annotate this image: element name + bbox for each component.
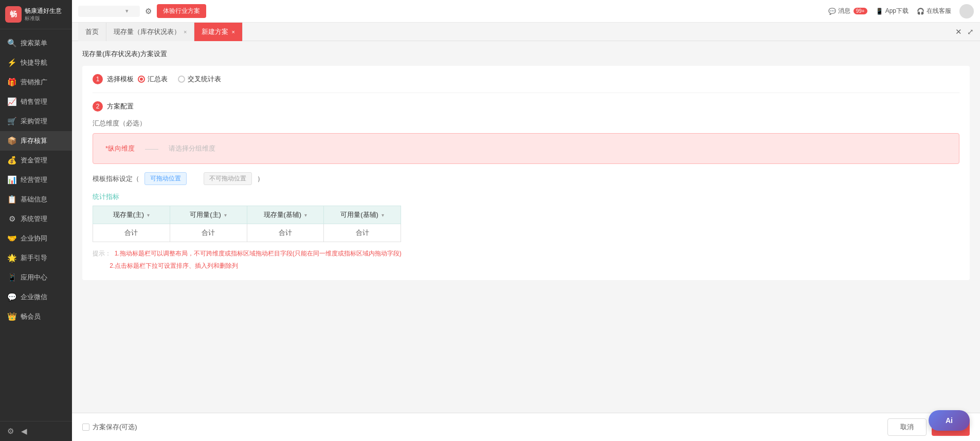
sidebar-item-经营管理[interactable]: 📊 经营管理 — [0, 170, 72, 190]
cancel-button[interactable]: 取消 — [887, 418, 927, 436]
tab-home-label: 首页 — [85, 27, 99, 36]
stats-col-header-3[interactable]: 可用量(基辅)▾ — [324, 206, 401, 224]
online-service-label: 在线客服 — [927, 7, 951, 15]
sidebar-label-13: 企业微信 — [21, 292, 47, 302]
indicator-suffix — [192, 174, 198, 183]
stats-col-header-2[interactable]: 现存量(基辅)▾ — [247, 206, 324, 224]
logo-app-sub: 标准版 — [25, 15, 62, 22]
sidebar-item-企业微信[interactable]: 💬 企业微信 — [0, 287, 72, 307]
col-header-inner-0: 现存量(主)▾ — [100, 210, 162, 219]
stats-table-head: 现存量(主)▾可用量(主)▾现存量(基辅)▾可用量(基辅)▾ — [93, 206, 401, 224]
sidebar-item-营销推广[interactable]: 🎁 营销推广 — [0, 72, 72, 92]
template-options: 汇总表 交叉统计表 — [138, 75, 221, 84]
sidebar-item-新手引导[interactable]: 🌟 新手引导 — [0, 248, 72, 268]
sidebar-label-11: 新手引导 — [21, 253, 47, 263]
sidebar-item-快捷导航[interactable]: ⚡ 快捷导航 — [0, 53, 72, 72]
col-label-0: 现存量(主) — [113, 210, 144, 219]
save-checkbox[interactable] — [82, 424, 89, 431]
save-option[interactable]: 方案保存(可选) — [82, 422, 137, 432]
app-logo: 畅 畅康通好生意 标准版 — [0, 0, 72, 29]
radio-option-1[interactable]: 交叉统计表 — [178, 75, 221, 84]
tip2-text: 2.点击标题栏下拉可设置排序、插入列和删除列 — [110, 262, 238, 269]
app-download-item[interactable]: 📱 App下载 — [876, 7, 909, 15]
settings-icon[interactable]: ⚙ — [7, 427, 14, 436]
sidebar-item-资金管理[interactable]: 💰 资金管理 — [0, 151, 72, 170]
tab-expand-icon[interactable]: ⤢ — [967, 27, 974, 36]
sidebar-icon-12: 📱 — [7, 273, 16, 282]
section1-header: 1 选择模板 汇总表 交叉统计表 — [93, 74, 959, 84]
sidebar-item-应用中心[interactable]: 📱 应用中心 — [0, 268, 72, 287]
stats-label: 统计指标 — [93, 192, 959, 201]
stats-col-header-1[interactable]: 可用量(主)▾ — [170, 206, 247, 224]
search-input[interactable] — [82, 8, 123, 15]
messages-label: 消息 — [838, 7, 850, 15]
col-chevron-2[interactable]: ▾ — [304, 212, 307, 218]
search-chevron-icon[interactable]: ▾ — [125, 8, 129, 14]
dim-dash: —— — [145, 145, 158, 153]
sidebar-item-搜索菜单[interactable]: 🔍 搜索菜单 — [0, 33, 72, 53]
tab-close-all-icon[interactable]: ✕ — [955, 27, 962, 36]
col-header-inner-3: 可用量(基辅)▾ — [331, 210, 393, 219]
sidebar-icon-9: ⚙ — [7, 214, 16, 224]
sidebar-label-12: 应用中心 — [21, 273, 47, 282]
sidebar-label-2: 营销推广 — [21, 78, 47, 87]
non-draggable-tag: 不可拖动位置 — [204, 172, 252, 185]
sidebar-icon-2: 🎁 — [7, 78, 16, 87]
tab-inventory[interactable]: 现存量（库存状况表） × — [106, 23, 194, 41]
gear-icon[interactable]: ⚙ — [145, 7, 152, 16]
stats-table-body: 合计合计合计合计 — [93, 224, 401, 242]
sidebar-label-9: 系统管理 — [21, 214, 47, 224]
sidebar-item-采购管理[interactable]: 🛒 采购管理 — [0, 112, 72, 131]
service-icon: 🎧 — [917, 8, 924, 15]
sidebar-item-企业协同[interactable]: 🤝 企业协同 — [0, 229, 72, 248]
user-avatar[interactable] — [959, 4, 974, 19]
sidebar-icon-4: 🛒 — [7, 117, 16, 126]
phone-icon: 📱 — [876, 8, 883, 15]
stats-col-header-0[interactable]: 现存量(主)▾ — [93, 206, 170, 224]
sidebar-icon-14: 👑 — [7, 312, 16, 321]
messages-item[interactable]: 💬 消息 99+ — [828, 7, 867, 15]
section-template: 1 选择模板 汇总表 交叉统计表 2 方案配置 汇总维度（必选） *纵向维度 — [82, 66, 970, 280]
save-option-label: 方案保存(可选) — [93, 422, 137, 432]
sidebar-item-畅会员[interactable]: 👑 畅会员 — [0, 307, 72, 326]
sidebar-icon-5: 📦 — [7, 136, 16, 145]
tips-section: 提示： 1.拖动标题栏可以调整布局，不可跨维度或指标区域拖动栏目字段(只能在同一… — [93, 247, 959, 272]
sidebar-item-基础信息[interactable]: 📋 基础信息 — [0, 190, 72, 209]
tab-home[interactable]: 首页 — [78, 23, 106, 41]
tab-new-close[interactable]: × — [231, 29, 234, 35]
logo-icon: 畅 — [5, 6, 22, 23]
col-chevron-1[interactable]: ▾ — [224, 212, 227, 218]
col-chevron-3[interactable]: ▾ — [382, 212, 384, 218]
trial-button[interactable]: 体验行业方案 — [157, 4, 206, 18]
summary-dim-label: 汇总维度（必选） — [93, 119, 959, 128]
radio-label-0: 汇总表 — [148, 75, 168, 84]
radio-option-0[interactable]: 汇总表 — [138, 75, 168, 84]
sidebar-item-系统管理[interactable]: ⚙ 系统管理 — [0, 209, 72, 229]
sound-icon[interactable]: ◀ — [21, 427, 27, 436]
page-title: 现存量(库存状况表)方案设置 — [82, 49, 970, 59]
tip-prefix: 提示： 1.拖动标题栏可以调整布局，不可跨维度或指标区域拖动栏目字段(只能在同一… — [93, 247, 959, 260]
tab-inventory-close[interactable]: × — [184, 29, 187, 35]
search-box[interactable]: ▾ — [78, 6, 140, 17]
ai-bubble[interactable]: Ai — [929, 410, 970, 431]
sidebar-item-库存核算[interactable]: 📦 库存核算 — [0, 131, 72, 151]
tab-new-scheme-label: 新建方案 — [202, 27, 228, 36]
online-service-item[interactable]: 🎧 在线客服 — [917, 7, 951, 15]
dim-box[interactable]: *纵向维度 —— 请选择分组维度 — [93, 133, 959, 164]
sidebar-label-10: 企业协同 — [21, 234, 47, 243]
dim-placeholder-text: 请选择分组维度 — [169, 144, 215, 153]
sidebar-label-3: 销售管理 — [21, 97, 47, 106]
logo-text-block: 畅康通好生意 标准版 — [25, 7, 62, 23]
col-chevron-0[interactable]: ▾ — [147, 212, 150, 218]
logo-app-name: 畅康通好生意 — [25, 7, 62, 15]
tab-new-scheme[interactable]: 新建方案 × — [194, 23, 242, 41]
sidebar-item-销售管理[interactable]: 📈 销售管理 — [0, 92, 72, 112]
sidebar: 畅 畅康通好生意 标准版 🔍 搜索菜单 ⚡ 快捷导航 🎁 营销推广 📈 销售管理… — [0, 0, 72, 441]
col-header-inner-1: 可用量(主)▾ — [177, 210, 240, 219]
config-section: 汇总维度（必选） *纵向维度 —— 请选择分组维度 模板指标设定（ 可拖动位置 … — [93, 119, 959, 272]
indicator-label-text: 模板指标设定（ — [93, 174, 139, 183]
content-area: 现存量(库存状况表)方案设置 1 选择模板 汇总表 交叉统计表 2 方案配置 汇… — [72, 41, 980, 413]
sidebar-icon-11: 🌟 — [7, 253, 16, 263]
sidebar-footer: ⚙ ◀ — [0, 421, 72, 441]
step1-title: 选择模板 — [107, 75, 134, 84]
